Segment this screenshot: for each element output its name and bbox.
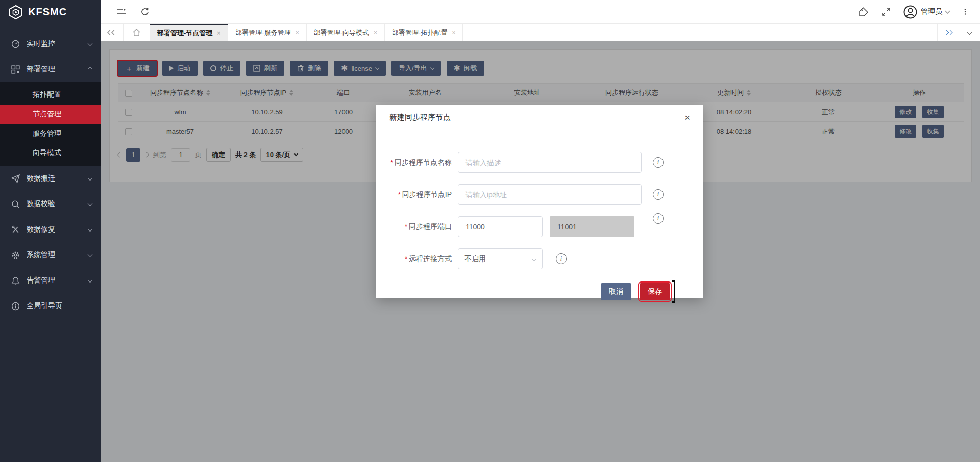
sidebar-item-service-manage[interactable]: 服务管理 [0, 124, 101, 143]
tab-service-manage[interactable]: 部署管理-服务管理 × [228, 24, 306, 41]
chevron-down-icon [967, 30, 972, 35]
tag-icon[interactable] [859, 7, 869, 17]
field-label: *同步程序节点IP [376, 190, 452, 199]
create-node-dialog: 新建同步程序节点 × *同步程序节点名称 i *同步程序节点IP i *同步程序… [376, 105, 703, 298]
sidebar-item-topology-config[interactable]: 拓扑配置 [0, 85, 101, 105]
chevron-down-icon [532, 256, 537, 262]
field-label: *远程连接方式 [376, 254, 452, 264]
sidebar-item-data-repair[interactable]: 数据修复 [0, 217, 101, 242]
submenu-label: 向导模式 [33, 148, 61, 158]
tab-wizard-mode[interactable]: 部署管理-向导模式 × [307, 24, 385, 41]
sidebar-item-node-manage[interactable]: 节点管理 [0, 105, 101, 124]
alarm-icon [11, 276, 20, 285]
tab-bar: 部署管理-节点管理 × 部署管理-服务管理 × 部署管理-向导模式 × 部署管理… [101, 24, 980, 41]
node-name-input[interactable] [458, 152, 642, 173]
tab-node-manage[interactable]: 部署管理-节点管理 × [150, 24, 228, 41]
collapse-menu-icon[interactable] [116, 7, 127, 17]
cancel-button[interactable]: 取消 [601, 283, 631, 300]
info-icon[interactable]: i [653, 189, 664, 200]
required-mark: * [398, 191, 401, 198]
node-ip-input[interactable] [458, 184, 642, 205]
sidebar-item-deploy-manage[interactable]: 部署管理 [0, 57, 101, 82]
chevron-right-icon [947, 30, 952, 35]
tools-icon [11, 225, 20, 234]
tab-label: 部署管理-节点管理 [157, 29, 212, 38]
user-name: 管理员 [921, 7, 942, 16]
gear-icon [11, 251, 20, 260]
remote-connect-select[interactable]: 不启用 [458, 248, 543, 269]
sidebar: KFSMC 实时监控 部署管理 拓扑配置 节点管理 服务管理 向导模式 [0, 0, 101, 462]
app-title: KFSMC [28, 6, 67, 18]
info-icon[interactable]: i [653, 157, 664, 168]
sidebar-item-system-manage[interactable]: 系统管理 [0, 242, 101, 268]
info-icon[interactable]: i [653, 213, 664, 224]
sidebar-item-data-migration[interactable]: 数据搬迁 [0, 166, 101, 191]
field-node-port: *同步程序端口 i [376, 216, 703, 237]
sidebar-item-label: 全局引导页 [27, 301, 92, 311]
sidebar-item-label: 数据修复 [27, 225, 88, 234]
tab-label: 部署管理-向导模式 [314, 28, 369, 37]
tabs-scroll-left-button[interactable] [101, 24, 124, 41]
chevron-down-icon [88, 175, 93, 181]
info-icon [11, 302, 20, 311]
tabs-scroll-right-button[interactable] [937, 24, 959, 41]
home-tab[interactable] [124, 24, 150, 41]
more-menu-icon[interactable] [962, 7, 969, 17]
user-menu[interactable]: 管理员 [903, 5, 949, 19]
close-icon[interactable]: × [296, 29, 299, 36]
tab-topology-config[interactable]: 部署管理-拓扑配置 × [385, 24, 463, 41]
top-header-bar: 管理员 [101, 0, 980, 24]
close-icon[interactable]: × [217, 30, 220, 37]
info-icon[interactable]: i [556, 253, 567, 264]
close-icon[interactable]: × [684, 113, 690, 122]
sidebar-item-label: 告警管理 [27, 276, 88, 285]
sidebar-item-label: 数据搬迁 [27, 174, 88, 183]
logo: KFSMC [0, 0, 101, 24]
sidebar-item-label: 部署管理 [27, 65, 88, 74]
logo-hexagon-icon [8, 5, 23, 20]
search-icon [11, 200, 20, 209]
sidebar-item-wizard-mode[interactable]: 向导模式 [0, 143, 101, 163]
field-remote-connect: *远程连接方式 不启用 i [376, 248, 703, 269]
submenu-label: 拓扑配置 [33, 90, 61, 99]
chevron-left-icon [112, 30, 117, 35]
sidebar-item-realtime-monitor[interactable]: 实时监控 [0, 31, 101, 57]
tab-label: 部署管理-服务管理 [235, 28, 290, 37]
submenu-label: 节点管理 [33, 110, 61, 119]
field-label: *同步程序节点名称 [376, 158, 452, 167]
focus-caret [672, 280, 675, 303]
field-node-ip: *同步程序节点IP i [376, 184, 703, 205]
dialog-title: 新建同步程序节点 [389, 113, 451, 122]
port2-input-disabled [550, 216, 634, 237]
tab-label: 部署管理-拓扑配置 [392, 28, 447, 37]
sidebar-item-data-verify[interactable]: 数据校验 [0, 191, 101, 217]
chevron-down-icon [88, 41, 93, 46]
field-node-name: *同步程序节点名称 i [376, 152, 703, 173]
fullscreen-icon[interactable] [881, 7, 891, 17]
refresh-icon[interactable] [140, 7, 150, 17]
home-icon [132, 28, 141, 37]
sidebar-item-label: 系统管理 [27, 250, 88, 260]
sidebar-item-alert-manage[interactable]: 告警管理 [0, 268, 101, 293]
field-label: *同步程序端口 [376, 222, 452, 232]
close-icon[interactable]: × [452, 29, 455, 36]
chevron-down-icon [88, 277, 93, 283]
chevron-down-icon [88, 201, 93, 206]
sidebar-item-global-guide[interactable]: 全局引导页 [0, 293, 101, 319]
close-icon[interactable]: × [374, 29, 377, 36]
tabs-dropdown-button[interactable] [959, 24, 980, 41]
deploy-submenu: 拓扑配置 节点管理 服务管理 向导模式 [0, 82, 101, 166]
required-mark: * [405, 223, 407, 230]
modules-icon [11, 65, 20, 74]
required-mark: * [405, 255, 407, 263]
save-button[interactable]: 保存 [640, 283, 670, 300]
chevron-down-icon [88, 226, 93, 232]
select-value: 不启用 [464, 254, 486, 264]
gauge-icon [11, 40, 20, 48]
chevron-up-icon [88, 66, 93, 71]
chevron-down-icon [88, 252, 93, 257]
sidebar-item-label: 数据校验 [27, 199, 88, 209]
avatar [903, 5, 917, 19]
port-input[interactable] [458, 216, 543, 237]
required-mark: * [390, 159, 393, 166]
